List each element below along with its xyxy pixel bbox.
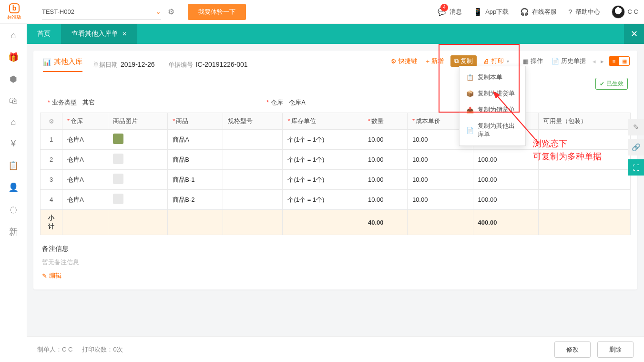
row-amount: 100.00 [473,190,539,210]
left-nav: ⌂ 🎁 ⬢ 🛍 ⌂ ¥ 📋 👤 ◌ 新 [0,24,27,362]
nav-report-icon[interactable]: 📋 [8,160,19,171]
tab-current[interactable]: 查看其他入库单 ✕ [61,24,137,44]
nav-sync-icon[interactable]: ◌ [10,204,17,215]
tab-close-icon[interactable]: ✕ [122,31,127,37]
row-spec [223,130,283,150]
col-image: 商品图片 [108,113,168,130]
history-button[interactable]: 📄历史单据 [550,55,588,67]
dropdown-copy-otherout[interactable]: 📄复制为其他出库单 [460,118,525,143]
row-avail [539,190,631,210]
org-selector[interactable]: TEST-H002 ⌄ [42,4,161,20]
nav-inventory-icon[interactable]: ⬢ [10,74,17,84]
tab-home[interactable]: 首页 [27,24,61,44]
phone-icon: 📱 [473,8,482,16]
prev-icon[interactable]: ◂ [593,58,596,65]
doc-icon: 📄 [466,127,474,134]
prints-label: 打印次数： [82,346,113,353]
row-index: 2 [41,150,62,170]
settings-icon[interactable]: ⚙ [168,7,174,16]
col-qty: *数量 [363,113,407,130]
rightstrip-note-icon[interactable]: ✎ [628,119,644,135]
maker-value: C C [62,346,72,353]
messages-link[interactable]: 💬 4 消息 [438,8,462,16]
avatar [612,5,625,19]
dropdown-copy-purchase[interactable]: 📦复制为进货单 [460,85,525,102]
nav-home-icon[interactable]: ⌂ [11,31,16,41]
table-wrap: ⚙ *仓库 商品图片 *商品 规格型号 *库存单位 *数量 *成本单价 *成本金… [33,111,637,240]
add-button[interactable]: +新增 [424,55,446,67]
rightstrip-link-icon[interactable]: 🔗 [628,139,644,155]
rightstrip-expand-icon[interactable]: ⛶ [628,159,644,176]
row-cost: 10.00 [407,170,473,190]
nav-member-icon[interactable]: 👤 [8,182,19,193]
print-button[interactable]: 🖨打印▾ [481,55,511,67]
grid-view-icon[interactable]: ▦ [619,56,630,66]
app-download-link[interactable]: 📱 App下载 [473,8,509,16]
row-unit: 个(1个 = 1个) [283,170,363,190]
nav-warehouse-icon[interactable]: ⌂ [11,117,16,127]
logo-edition: 标准版 [7,14,21,21]
table-row[interactable]: 4仓库A商品B-2个(1个 = 1个)10.0010.00100.00 [41,190,631,210]
help-link[interactable]: ? 帮助中心 [568,8,600,16]
biztype-value: 其它 [82,99,95,106]
remarks-edit-button[interactable]: ✎编辑 [42,271,629,280]
online-cs-link[interactable]: 🎧 在线客服 [520,8,557,16]
col-unit: *库存单位 [283,113,363,130]
table-row[interactable]: 3仓库A商品B-1个(1个 = 1个)10.0010.00100.00 [41,170,631,190]
copy-dropdown: 📋复制本单 📦复制为进货单 📤复制为销货单 📄复制为其他出库单 [459,66,526,146]
user-menu[interactable]: C C [612,5,638,19]
nav-finance-icon[interactable]: ¥ [11,139,16,149]
remarks-empty: 暂无备注信息 [42,258,629,267]
row-image [108,190,168,210]
card-title-tab[interactable]: 📊 其他入库 [43,57,82,72]
biztype-label: 业务类型 [52,99,77,106]
try-button[interactable]: 我要体验一下 [188,4,246,20]
row-index: 3 [41,170,62,190]
row-warehouse: 仓库A [62,150,108,170]
top-bar: b 标准版 TEST-H002 ⌄ ⚙ 我要体验一下 💬 4 消息 📱 App下… [0,0,644,24]
copy-icon: 📋 [466,74,474,81]
table-row[interactable]: 2仓库A商品B个(1个 = 1个)10.0010.00100.00 [41,150,631,170]
shortcut-button[interactable]: ⚙快捷键 [389,55,419,67]
date-label: 单据日期 [93,61,118,68]
footer-bar: 制单人：C C 打印次数：0次 修改 删除 [27,336,644,362]
row-spec [223,190,283,210]
prints-value: 0次 [113,346,123,353]
dropdown-copy-sales[interactable]: 📤复制为销货单 [460,102,525,118]
edit-button[interactable]: 修改 [554,341,591,358]
nav-gift-icon[interactable]: 🎁 [8,52,19,62]
view-toggle[interactable]: ≡ ▦ [609,56,630,66]
edit-icon: ✎ [42,272,47,279]
nav-new-icon[interactable]: 新 [9,226,18,238]
row-spec [223,150,283,170]
right-strip: ✎ 🔗 ⛶ [628,119,644,176]
items-table: ⚙ *仓库 商品图片 *商品 规格型号 *库存单位 *数量 *成本单价 *成本金… [40,113,631,235]
col-spec: 规格型号 [223,113,283,130]
message-badge: 4 [440,4,448,11]
row-product: 商品A [168,130,223,150]
delete-button[interactable]: 删除 [597,341,634,358]
row-product: 商品B [168,150,223,170]
ops-button[interactable]: ▦操作 [521,55,545,67]
help-label: 帮助中心 [575,8,600,16]
grid-icon: ▦ [523,58,529,65]
dropdown-copy-this[interactable]: 📋复制本单 [460,69,525,85]
col-settings[interactable]: ⚙ [41,113,62,130]
org-name: TEST-H002 [42,8,74,15]
col-warehouse: *仓库 [62,113,108,130]
subtotal-row: 小计40.00400.00 [41,210,631,235]
user-name: C C [628,8,638,15]
row-product: 商品B-1 [168,170,223,190]
check-icon: ✔ [600,81,604,87]
row-qty: 10.00 [363,170,407,190]
table-row[interactable]: 1仓库A商品A个(1个 = 1个)10.0010.00100.00 [41,130,631,150]
next-icon[interactable]: ▸ [601,58,604,65]
row-image [108,170,168,190]
copy-button[interactable]: ⧉复制 [450,55,477,67]
list-view-icon[interactable]: ≡ [609,56,619,66]
maker-label: 制单人： [37,346,62,353]
gear-icon: ⚙ [391,58,397,65]
nav-cart-icon[interactable]: 🛍 [9,96,18,106]
close-all-tabs[interactable]: ✕ [624,24,644,44]
row-qty: 10.00 [363,190,407,210]
